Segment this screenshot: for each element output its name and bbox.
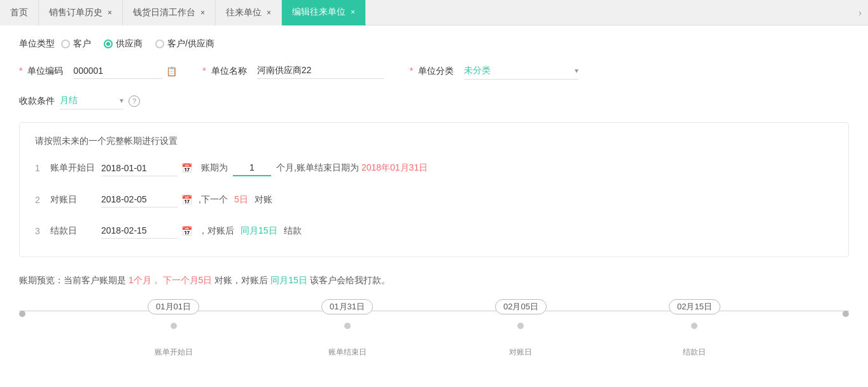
section-title: 请按照未来的一个完整帐期进行设置	[35, 136, 833, 147]
row-3-calendar-icon[interactable]: 📅	[181, 226, 192, 236]
timeline-label-4: 结款日	[683, 347, 706, 358]
tab-cash-work-close[interactable]: ×	[200, 8, 205, 17]
timeline: 01月01日 账单开始日 01月31日 账单结束日 02月05日 对账日 02月…	[19, 299, 849, 377]
timeline-points-row: 01月01日 账单开始日 01月31日 账单结束日 02月05日 对账日 02月…	[19, 299, 849, 358]
timeline-dot-3	[517, 323, 524, 329]
unit-category-group: * 单位分类 未分类 ▾	[410, 62, 578, 80]
radio-customer-label: 客户	[73, 38, 91, 50]
row-3-num: 3	[35, 226, 50, 236]
unit-name-input[interactable]	[257, 63, 384, 79]
tab-cash-work[interactable]: 钱货日清工作台 ×	[123, 0, 216, 25]
timeline-dot-4	[691, 323, 697, 329]
timeline-badge-3: 02月05日	[495, 299, 547, 314]
timeline-dot-1	[171, 323, 177, 329]
timeline-badge-1: 01月01日	[148, 299, 199, 314]
payment-term-dropdown[interactable]: 月结 ▾	[60, 92, 123, 109]
tab-edit-partner-close[interactable]: ×	[351, 8, 355, 17]
timeline-end-cap	[843, 311, 849, 317]
row-1-num: 1	[35, 163, 50, 173]
row-3-date-input[interactable]	[101, 223, 178, 239]
preview-orange2: 下一个月5日	[163, 275, 213, 285]
radio-both-circle	[155, 39, 164, 48]
timeline-label-2: 账单结束日	[328, 347, 367, 358]
row-2-field-label: 对账日	[50, 194, 101, 206]
tab-scroll-right[interactable]: ›	[852, 8, 868, 18]
unit-category-star: *	[410, 66, 413, 76]
preview-text: 账期预览：当前客户账期是 1个月， 下一个月5日 对账，对账后 同月15日 该客…	[19, 267, 849, 294]
preview-teal: 同月15日	[270, 275, 307, 285]
radio-supplier-label: 供应商	[116, 38, 143, 50]
unit-code-copy-icon[interactable]: 📋	[166, 66, 177, 76]
unit-name-label: * 单位名称	[202, 66, 246, 77]
data-row-2: 2 对账日 📅 ,下一个 5日 对账	[35, 192, 833, 208]
payment-term-row: 收款条件 月结 ▾ ?	[19, 92, 849, 109]
row-2-prefix: ,下一个	[199, 194, 228, 206]
tab-partner-unit[interactable]: 往来单位 ×	[216, 0, 282, 25]
data-row-1: 1 账单开始日 📅 账期为 个月,账单结束日期为 2018年01月31日	[35, 160, 833, 176]
row-1-calendar-icon[interactable]: 📅	[181, 163, 192, 173]
timeline-point-1: 01月01日 账单开始日	[148, 299, 199, 358]
timeline-point-3: 02月05日 对账日	[495, 299, 547, 358]
row-3-field-label: 结款日	[50, 225, 101, 237]
tab-sales-history[interactable]: 销售订单历史 ×	[39, 0, 123, 25]
unit-category-value: 未分类	[464, 62, 575, 79]
preview-prefix: 账期预览：当前客户账期是	[19, 275, 126, 285]
row-1-suffix-pre: 账期为	[201, 162, 228, 174]
unit-category-dropdown[interactable]: 未分类 ▾	[464, 62, 578, 80]
tab-home-label: 首页	[10, 7, 28, 18]
row-1-date-input[interactable]	[101, 160, 178, 176]
unit-type-label: 单位类型	[19, 38, 55, 50]
timeline-badge-2: 01月31日	[321, 299, 373, 314]
row-2-num: 2	[35, 195, 50, 205]
timeline-label-1: 账单开始日	[155, 347, 193, 358]
radio-both-label: 客户/供应商	[167, 38, 214, 50]
payment-term-label: 收款条件	[19, 95, 55, 107]
tab-partner-unit-label: 往来单位	[226, 7, 262, 18]
timeline-start-cap	[19, 311, 25, 317]
row-2-date-input[interactable]	[101, 192, 178, 208]
data-row-3: 3 结款日 📅 ，对账后 同月15日 结款	[35, 223, 833, 239]
unit-code-input[interactable]	[73, 63, 162, 79]
radio-both[interactable]: 客户/供应商	[155, 38, 214, 50]
row-2-highlight-orange: 5日	[234, 194, 248, 206]
timeline-dot-2	[344, 323, 351, 329]
tab-partner-unit-close[interactable]: ×	[267, 8, 271, 17]
tab-edit-partner[interactable]: 编辑往来单位 ×	[282, 0, 366, 25]
tab-edit-partner-label: 编辑往来单位	[292, 6, 346, 18]
unit-code-label: * 单位编码	[19, 66, 63, 77]
row-3-highlight-teal: 同月15日	[241, 225, 277, 237]
main-content: 单位类型 客户 供应商 客户/供应商 * 单位编码 📋	[0, 25, 868, 387]
tab-sales-history-close[interactable]: ×	[108, 8, 112, 17]
radio-customer-circle	[61, 39, 70, 48]
unit-name-group: * 单位名称	[202, 63, 384, 79]
radio-supplier-circle	[104, 39, 113, 48]
tab-cash-work-label: 钱货日清工作台	[133, 7, 195, 18]
tab-sales-history-label: 销售订单历史	[49, 7, 102, 18]
unit-type-row: 单位类型 客户 供应商 客户/供应商	[19, 38, 849, 50]
unit-fields-row: * 单位编码 📋 * 单位名称 * 单位分类 未分类 ▾	[19, 62, 849, 80]
timeline-point-4: 02月15日 结款日	[669, 299, 720, 358]
unit-code-group: * 单位编码 📋	[19, 63, 177, 79]
row-3-prefix: ，对账后	[199, 225, 234, 237]
timeline-badge-4: 02月15日	[669, 299, 720, 314]
payment-term-help-icon[interactable]: ?	[129, 95, 140, 107]
unit-category-label: * 单位分类	[410, 66, 454, 77]
row-2-suffix: 对账	[255, 194, 272, 206]
tab-home[interactable]: 首页	[0, 0, 39, 25]
row-1-suffix-post: 个月,账单结束日期为	[276, 162, 359, 174]
timeline-point-2: 01月31日 账单结束日	[321, 299, 373, 358]
payment-term-value: 月结	[60, 92, 120, 109]
radio-supplier[interactable]: 供应商	[104, 38, 143, 50]
row-1-period-input[interactable]	[233, 160, 271, 176]
unit-category-arrow-icon: ▾	[575, 66, 578, 75]
row-2-calendar-icon[interactable]: 📅	[181, 195, 192, 205]
period-settings-section: 请按照未来的一个完整帐期进行设置 1 账单开始日 📅 账期为 个月,账单结束日期…	[19, 122, 849, 257]
preview-suffix: 该客户会给我打款。	[310, 275, 390, 285]
row-1-field-label: 账单开始日	[50, 162, 101, 174]
payment-term-arrow-icon: ▾	[120, 96, 123, 105]
unit-name-star: *	[202, 66, 206, 76]
radio-customer[interactable]: 客户	[61, 38, 91, 50]
timeline-label-3: 对账日	[509, 347, 532, 358]
row-1-highlight-teal: 2018年01月31日	[361, 162, 428, 174]
tabs-bar: 首页 销售订单历史 × 钱货日清工作台 × 往来单位 × 编辑往来单位 × ›	[0, 0, 868, 25]
